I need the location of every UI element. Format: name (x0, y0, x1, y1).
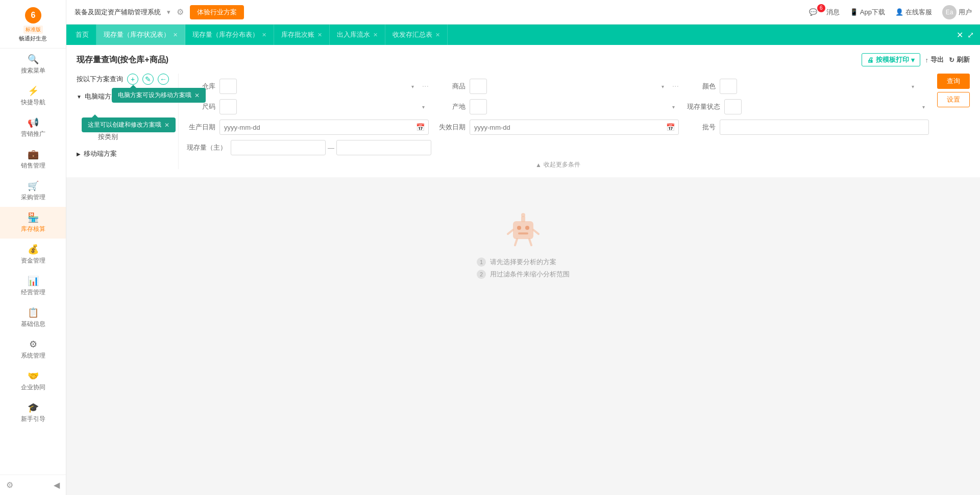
tab-in-out-flow[interactable]: 出入库流水 ✕ (330, 25, 385, 45)
collapse-button[interactable]: ▲ 收起更多条件 (535, 160, 580, 169)
scheme-item-category-label: 按类别 (98, 132, 118, 142)
tab-inventory-dist-label: 现存量（库存分布表） (192, 30, 259, 39)
stock-main-from-input[interactable] (231, 140, 326, 155)
add-scheme-button[interactable]: + (127, 74, 138, 85)
expiry-date-input[interactable] (470, 120, 679, 135)
add-scheme-popover-close[interactable]: ✕ (194, 92, 200, 99)
svg-line-8 (508, 230, 513, 234)
sidebar-item-marketing[interactable]: 📢 营销推广 (0, 112, 66, 144)
logo-text: 畅通好生意 (19, 35, 47, 42)
search-panel: 现存量查询(按仓库+商品) 🖨 按模板打印 ▾ ↑ 导出 ↻ 刷新 (66, 45, 980, 177)
tab-expand-icon[interactable]: ⤢ (967, 30, 974, 40)
stock-main-to-input[interactable] (336, 140, 431, 155)
desktop-scheme-expand-icon: ▼ (77, 94, 82, 100)
color-filter-item: 颜色 ··· (687, 79, 929, 94)
origin-filter-item: 产地 (437, 99, 679, 114)
experience-btn[interactable]: 体验行业方案 (190, 5, 244, 19)
export-label: 导出 (930, 55, 944, 64)
mobile-scheme-header[interactable]: ▶ 移动端方案 (77, 147, 173, 160)
goods-more-icon[interactable]: ··· (672, 82, 679, 91)
warehouse-more-icon[interactable]: ··· (422, 82, 429, 91)
messages-btn[interactable]: 💬 6 消息 (809, 8, 840, 17)
empty-state: 1 请先选择要分析的方案 2 用过滤条件来缩小分析范围 (66, 178, 980, 310)
filter-area: 按以下方案查询 + 电脑方案可设为移动方案哦 ✕ (77, 74, 970, 169)
scheme-item-category[interactable]: 按类别 (87, 131, 173, 143)
page-title-actions: 🖨 按模板打印 ▾ ↑ 导出 ↻ 刷新 (862, 53, 970, 66)
tab-recv-send-summary-close[interactable]: ✕ (435, 32, 440, 38)
origin-select[interactable] (470, 99, 487, 114)
tab-in-out-flow-close[interactable]: ✕ (373, 32, 378, 38)
sidebar-settings-icon[interactable]: ⚙ (6, 480, 13, 490)
edit-scheme-button[interactable]: ✎ (142, 74, 154, 85)
dropdown-arrow-icon: ▾ (167, 8, 170, 16)
messages-label: 消息 (826, 8, 840, 17)
logo-tag: 标准版 (23, 26, 43, 34)
tab-batch-account[interactable]: 库存批次账 ✕ (274, 25, 330, 45)
tab-recv-send-summary[interactable]: 收发存汇总表 ✕ (385, 25, 448, 45)
sidebar-item-search-menu[interactable]: 🔍 搜索菜单 (0, 49, 66, 80)
arrow-scheme-button[interactable]: ← (158, 74, 169, 85)
production-date-input[interactable] (219, 120, 429, 135)
top-header: 装备及固定资产辅助管理系统 ▾ ⚙ 体验行业方案 💬 6 消息 📱 App下载 … (66, 0, 980, 25)
size-select-wrapper (219, 99, 429, 114)
tab-inventory-dist[interactable]: 现存量（库存分布表） ✕ (185, 25, 274, 45)
mobile-scheme-label: 移动端方案 (84, 149, 117, 158)
warehouse-select[interactable] (219, 79, 237, 94)
operations-icon: 📊 (28, 275, 39, 287)
stock-status-select[interactable] (724, 99, 742, 114)
sidebar-item-system[interactable]: ⚙ 系统管理 (0, 334, 66, 365)
add-scheme-popover: 电脑方案可设为移动方案哦 ✕ (112, 88, 206, 103)
tab-home[interactable]: 首页 (68, 25, 96, 45)
main-content: 装备及固定资产辅助管理系统 ▾ ⚙ 体验行业方案 💬 6 消息 📱 App下载 … (66, 0, 980, 495)
sidebar-item-base-info[interactable]: 📋 基础信息 (0, 302, 66, 334)
edit-scheme-popover-close[interactable]: ✕ (164, 122, 169, 129)
sidebar-item-quick-nav[interactable]: ⚡ 快捷导航 (0, 80, 66, 112)
size-label: 尺码 (187, 102, 215, 111)
svg-text:6: 6 (31, 11, 35, 19)
tab-inventory-status[interactable]: 现存量（库存状况表） ✕ (96, 25, 185, 45)
sidebar-label-marketing: 营销推广 (21, 130, 45, 138)
collapse-label: 收起更多条件 (544, 160, 580, 169)
sidebar-item-sales[interactable]: 💼 销售管理 (0, 144, 66, 175)
tab-close-all-icon[interactable]: ✕ (957, 30, 963, 40)
filter-label-row: 按以下方案查询 + 电脑方案可设为移动方案哦 ✕ (77, 74, 173, 85)
sidebar-item-finance[interactable]: 💰 资金管理 (0, 239, 66, 270)
sidebar-item-operations[interactable]: 📊 经营管理 (0, 270, 66, 302)
sidebar-bottom: ⚙ ◀ (0, 475, 66, 495)
expiry-date-wrapper: 📅 (470, 120, 679, 135)
service-icon: 👤 (895, 8, 903, 16)
marketing-icon: 📢 (28, 117, 39, 128)
sidebar-item-inventory[interactable]: 🏪 库存核算 (0, 207, 66, 239)
template-print-button[interactable]: 🖨 按模板打印 ▾ (862, 53, 920, 66)
goods-select[interactable] (470, 79, 487, 94)
sidebar-item-enterprise[interactable]: 🤝 企业协同 (0, 365, 66, 397)
tab-inventory-status-close[interactable]: ✕ (173, 32, 178, 38)
sidebar-item-guide[interactable]: 🎓 新手引导 (0, 397, 66, 429)
scheme-panel: 按以下方案查询 + 电脑方案可设为移动方案哦 ✕ (77, 74, 179, 169)
sidebar-label-finance: 资金管理 (21, 256, 45, 265)
svg-line-9 (533, 230, 538, 234)
enterprise-icon: 🤝 (28, 370, 39, 382)
user-btn[interactable]: Ea 用户 (942, 5, 972, 19)
mobile-scheme-expand-icon: ▶ (77, 151, 81, 157)
online-service-btn[interactable]: 👤 在线客服 (895, 8, 932, 17)
search-button[interactable]: 查询 (937, 74, 970, 89)
header-right: 💬 6 消息 📱 App下载 👤 在线客服 Ea 用户 (809, 5, 972, 19)
settings-button[interactable]: ⚙ (177, 7, 184, 17)
empty-tip-2: 2 用过滤条件来缩小分析范围 (477, 270, 570, 279)
filter-row-1: 仓库 ··· 商品 (187, 79, 929, 94)
refresh-button[interactable]: ↻ 刷新 (949, 53, 970, 66)
tab-inventory-dist-close[interactable]: ✕ (262, 32, 266, 38)
size-select[interactable] (219, 99, 237, 114)
sidebar-item-purchase[interactable]: 🛒 采购管理 (0, 175, 66, 207)
export-button[interactable]: ↑ 导出 (925, 53, 944, 66)
tab-bar: 首页 现存量（库存状况表） ✕ 现存量（库存分布表） ✕ 库存批次账 ✕ 出入库… (66, 25, 980, 45)
app-download-btn[interactable]: 📱 App下载 (850, 8, 885, 17)
set-button[interactable]: 设置 (937, 92, 970, 107)
color-select[interactable] (720, 79, 737, 94)
sidebar-collapse-icon[interactable]: ◀ (54, 480, 60, 490)
svg-point-4 (525, 226, 529, 230)
tab-batch-account-close[interactable]: ✕ (317, 32, 322, 38)
svg-point-3 (517, 226, 521, 230)
batch-input[interactable] (720, 120, 929, 135)
